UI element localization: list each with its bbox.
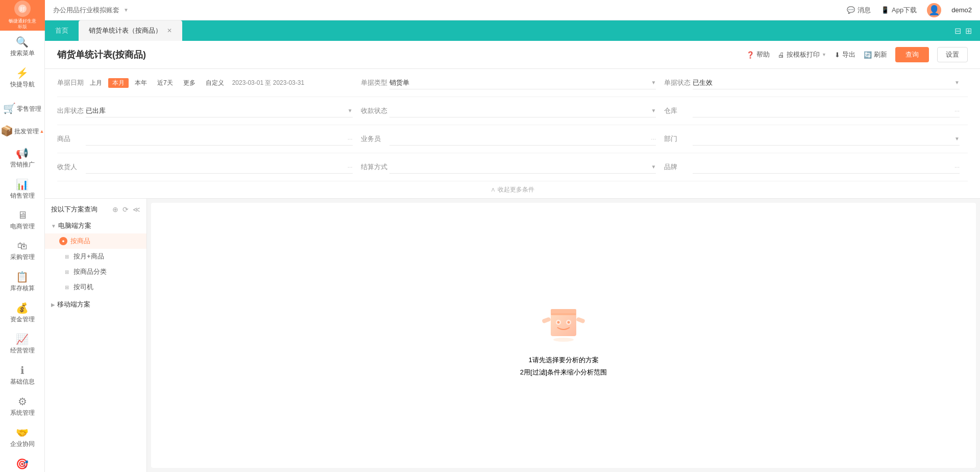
top-header: 办公用品行业模拟账套 ▼ 💬 消息 📱 App下载 👤 demo2	[45, 0, 980, 20]
scheme-group-desktop-title[interactable]: ▼ 电脑端方案	[45, 218, 146, 233]
collapse-bar[interactable]: ∧ 收起更多条件	[57, 181, 968, 198]
logo-icon: 好	[14, 1, 31, 17]
user-avatar[interactable]: 👤	[927, 3, 941, 17]
scheme-by-goods-label: 按商品	[70, 237, 90, 246]
sidebar-item-guide[interactable]: 🎯 新手引导	[0, 453, 45, 472]
date-tag-this-month[interactable]: 本月	[108, 78, 129, 88]
page-title: 销货单统计表(按商品)	[57, 49, 146, 67]
export-label: 导出	[842, 50, 855, 59]
tab-maximize-icon[interactable]: ⊞	[965, 26, 972, 36]
sidebar-item-retail[interactable]: 🛒 零售管理	[0, 97, 45, 120]
app-download-label: App下载	[892, 6, 917, 15]
scheme-group-mobile-title[interactable]: ▶ 移动端方案	[45, 297, 146, 312]
app-download-button[interactable]: 📱 App下载	[881, 6, 917, 15]
scheme-item-by-category[interactable]: ⊞ 按商品分类	[45, 264, 146, 279]
sidebar-purchase-label: 采购管理	[10, 253, 35, 261]
sidebar-item-search[interactable]: 🔍 搜索菜单	[0, 31, 45, 62]
salesman-value[interactable]: ···	[389, 132, 656, 146]
date-tag-this-year[interactable]: 本年	[131, 78, 151, 88]
sidebar-search-label: 搜索菜单	[10, 50, 35, 57]
scheme-item-by-driver[interactable]: ⊞ 按司机	[45, 279, 146, 295]
date-tag-last-month[interactable]: 上月	[86, 78, 106, 88]
brand-value[interactable]: ···	[693, 160, 960, 174]
date-label: 单据日期	[57, 78, 86, 87]
filter-dept: 部门 ▼	[664, 130, 968, 148]
system-icon: ⚙	[0, 395, 45, 408]
goods-ellipsis-icon[interactable]: ···	[348, 135, 353, 143]
scheme-item-by-month-goods[interactable]: ⊞ 按月+商品	[45, 249, 146, 264]
tab-sales-stats-label: 销货单统计表（按商品）	[89, 26, 162, 35]
quick-nav-icon: ⚡	[0, 67, 45, 79]
sidebar-item-wholesale[interactable]: 📦 批发管理 ▲	[0, 120, 45, 142]
sidebar-item-collab[interactable]: 🤝 企业协同	[0, 421, 45, 453]
date-tag-last-7-days[interactable]: 近7天	[153, 78, 177, 88]
receiver-value[interactable]: ···	[86, 160, 353, 174]
svg-rect-3	[551, 309, 576, 315]
sidebar-item-purchase[interactable]: 🛍 采购管理	[0, 235, 45, 266]
svg-point-10	[553, 338, 574, 342]
sidebar-item-ecommerce[interactable]: 🖥 电商管理	[0, 204, 45, 235]
page-actions: ❓ 帮助 🖨 按模板打印 ▼ ⬇ 导出 🔄 刷新 查询 设置	[746, 47, 968, 68]
desktop-group-label: 电脑端方案	[58, 221, 91, 230]
sidebar-item-sales[interactable]: 📊 销售管理	[0, 173, 45, 204]
tab-close-icon[interactable]: ✕	[167, 27, 172, 34]
sidebar-item-system[interactable]: ⚙ 系统管理	[0, 390, 45, 421]
export-button[interactable]: ⬇ 导出	[835, 50, 855, 59]
wholesale-arrow-icon: ▲	[40, 129, 44, 134]
scheme-collapse-icon[interactable]: ≪	[133, 205, 140, 214]
empty-illustration	[538, 293, 589, 344]
filter-collect-status: 收款状态 ▼	[361, 102, 665, 120]
sidebar-item-inventory[interactable]: 📋 库存核算	[0, 266, 45, 297]
sidebar-item-basic-info[interactable]: ℹ 基础信息	[0, 359, 45, 390]
tab-minimize-icon[interactable]: ⊟	[954, 26, 961, 36]
print-button[interactable]: 🖨 按模板打印 ▼	[778, 50, 826, 59]
settings-button[interactable]: 设置	[937, 47, 968, 62]
collect-status-value[interactable]: ▼	[389, 104, 656, 117]
receiver-ellipsis-icon[interactable]: ···	[348, 163, 353, 171]
receiver-label: 收货人	[57, 162, 86, 172]
sidebar-sales-label: 销售管理	[10, 192, 35, 199]
query-button[interactable]: 查询	[895, 47, 929, 62]
warehouse-ellipsis-icon[interactable]: ···	[954, 107, 960, 114]
out-status-value[interactable]: 已出库 ▼	[86, 104, 353, 117]
warehouse-value[interactable]: ···	[693, 104, 960, 117]
breadcrumb-dropdown-icon[interactable]: ▼	[124, 7, 129, 13]
sidebar-item-marketing[interactable]: 📢 营销推广	[0, 142, 45, 173]
dept-value[interactable]: ▼	[693, 132, 960, 146]
filter-doc-type: 单据类型 销货单 ▼	[361, 74, 665, 91]
sidebar-item-quick-nav[interactable]: ⚡ 快捷导航	[0, 62, 45, 93]
doc-status-label: 单据状态	[664, 78, 693, 87]
collect-status-label: 收款状态	[361, 106, 389, 115]
sidebar-item-operations[interactable]: 📈 经营管理	[0, 328, 45, 359]
goods-value[interactable]: ···	[86, 132, 353, 146]
filter-row-2: 出库状态 已出库 ▼ 收款状态 ▼ 仓库	[57, 97, 968, 125]
scheme-refresh-icon[interactable]: ⟳	[122, 205, 129, 214]
print-label: 按模板打印	[787, 50, 820, 59]
sidebar-ecommerce-label: 电商管理	[10, 223, 35, 230]
help-label: 帮助	[756, 50, 770, 59]
sidebar-item-finance[interactable]: 💰 资金管理	[0, 297, 45, 328]
scheme-group-mobile: ▶ 移动端方案	[45, 297, 146, 312]
filter-settle: 结算方式 ▼	[361, 158, 665, 176]
salesman-ellipsis-icon[interactable]: ···	[651, 135, 656, 143]
date-tag-more[interactable]: 更多	[179, 78, 200, 88]
help-button[interactable]: ❓ 帮助	[746, 50, 770, 59]
user-name[interactable]: demo2	[951, 6, 972, 14]
out-status-label: 出库状态	[57, 106, 86, 115]
doc-status-dropdown-icon: ▼	[954, 80, 960, 85]
guide-icon: 🎯	[0, 458, 45, 470]
doc-status-value[interactable]: 已生效 ▼	[693, 76, 960, 89]
refresh-button[interactable]: 🔄 刷新	[864, 50, 887, 59]
tab-home[interactable]: 首页	[45, 20, 79, 41]
app-title: 畅捷通好生意	[9, 18, 36, 24]
brand-ellipsis-icon[interactable]: ···	[954, 163, 960, 171]
scheme-item-by-goods[interactable]: ● 按商品	[45, 233, 146, 249]
scheme-add-icon[interactable]: ⊕	[112, 205, 118, 214]
tab-sales-stats[interactable]: 销货单统计表（按商品） ✕	[79, 20, 182, 41]
message-button[interactable]: 💬 消息	[847, 6, 871, 15]
doc-type-value[interactable]: 销货单 ▼	[389, 76, 656, 89]
doc-type-label: 单据类型	[361, 78, 389, 87]
doc-status-text: 已生效	[693, 78, 713, 87]
settle-value[interactable]: ▼	[389, 160, 656, 174]
date-tag-custom[interactable]: 自定义	[202, 78, 228, 88]
